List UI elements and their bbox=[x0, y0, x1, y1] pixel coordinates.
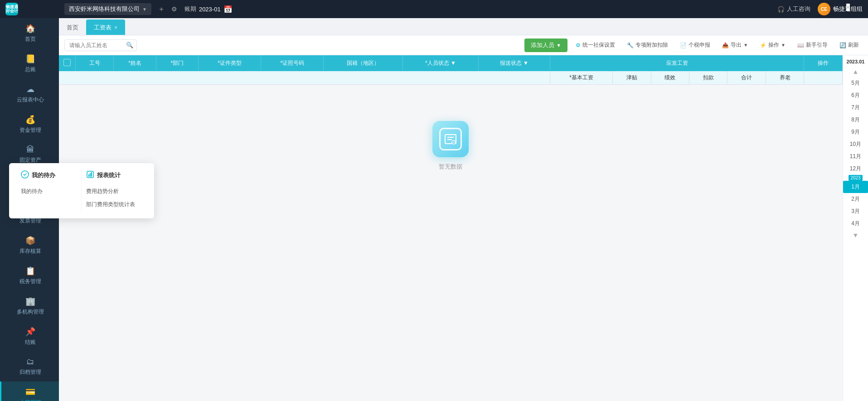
todo-item[interactable]: 我的待办 bbox=[21, 185, 77, 198]
month-item-11[interactable]: 11月 bbox=[843, 150, 868, 163]
operation-label: 操作 bbox=[768, 41, 779, 49]
fund-icon: 💰 bbox=[25, 115, 35, 125]
cost-trend-item[interactable]: 费用趋势分析 bbox=[86, 185, 142, 198]
th-total: 合计 bbox=[727, 71, 766, 85]
tax-return-action[interactable]: 📄 个税申报 bbox=[676, 39, 714, 51]
month-item-6[interactable]: 6月 bbox=[843, 89, 868, 101]
month-item-9[interactable]: 9月 bbox=[843, 126, 868, 138]
empty-icon-inner bbox=[439, 128, 462, 150]
sidebar-label-fund: 资金管理 bbox=[19, 126, 41, 134]
tab-close-icon[interactable]: × bbox=[114, 24, 117, 31]
customer-service-button[interactable]: 🎧 人工咨询 bbox=[777, 5, 810, 13]
toolbar: 🔍 添加人员 ▼ ⚙ 统一社保设置 🔧 专项附加扣除 📄 个税申报 📤 导出 bbox=[59, 35, 868, 55]
dept-cost-item[interactable]: 部门费用类型统计表 bbox=[86, 198, 142, 211]
avatar-initials: CE bbox=[821, 7, 827, 12]
operation-action[interactable]: ⚡ 操作 ▼ bbox=[756, 39, 789, 51]
month-item-3[interactable]: 3月 bbox=[843, 205, 868, 217]
svg-rect-8 bbox=[88, 174, 89, 177]
month-item-5[interactable]: 5月 bbox=[843, 77, 868, 89]
th-check[interactable] bbox=[59, 55, 76, 71]
todo-icon bbox=[21, 170, 29, 180]
popup-section-todo-title: 我的待办 bbox=[21, 170, 77, 180]
sidebar-item-closing[interactable]: 📌 结账 bbox=[0, 321, 59, 352]
period-label: 账期 bbox=[184, 5, 196, 13]
empty-svg bbox=[444, 132, 457, 146]
month-item-2[interactable]: 2月 bbox=[843, 193, 868, 205]
inventory-icon: 📦 bbox=[25, 236, 35, 246]
calendar-icon[interactable]: 📅 bbox=[223, 5, 233, 14]
sidebar-label-home: 首页 bbox=[25, 35, 36, 43]
company-arrow-icon: ▼ bbox=[142, 7, 147, 12]
home-icon: 🏠 bbox=[25, 24, 35, 34]
content-area: 首页 工资表 × × 🔍 添加人员 ▼ ⚙ 统一社保设置 🔧 bbox=[59, 18, 868, 401]
popup-grid: 我的待办 我的待办 报表统计 费用趋势分析 部门费用类型统计表 bbox=[16, 170, 147, 211]
sidebar-label-tax: 税务管理 bbox=[19, 278, 41, 285]
company-selector[interactable]: 西安虾米网络科技有限公司 ▼ bbox=[64, 3, 151, 15]
th-op-sub bbox=[804, 71, 843, 85]
guide-label: 新手引导 bbox=[806, 41, 828, 49]
sidebar-label-inventory: 库存核算 bbox=[19, 247, 41, 255]
popup-col-todo: 我的待办 我的待办 bbox=[16, 170, 82, 211]
month-item-8[interactable]: 8月 bbox=[843, 114, 868, 126]
sidebar-item-tax[interactable]: 📋 税务管理 bbox=[0, 261, 59, 291]
tax-return-icon: 📄 bbox=[680, 42, 687, 48]
month-panel-header: 2023.01 bbox=[847, 57, 865, 66]
th-nationality: 国籍（地区） bbox=[324, 55, 403, 71]
month-item-4[interactable]: 4月 bbox=[843, 217, 868, 230]
tab-salary-table[interactable]: 工资表 × bbox=[86, 19, 125, 35]
fixed-asset-icon: 🏛 bbox=[26, 145, 34, 155]
top-bar: 畅捷通好会计 西安虾米网络科技有限公司 ▼ ＋ ⚙ 账期 2023-01 📅 🎧… bbox=[0, 0, 868, 18]
select-all-checkbox[interactable] bbox=[63, 59, 71, 66]
month-item-1[interactable]: 1月 bbox=[843, 181, 868, 193]
sidebar-item-home[interactable]: 🏠 首页 bbox=[0, 18, 59, 48]
month-up-nav[interactable]: ▲ bbox=[851, 66, 861, 77]
archive-icon: 🗂 bbox=[26, 357, 34, 367]
logo-area: 畅捷通好会计 bbox=[5, 3, 60, 15]
popup-menu: 我的待办 我的待办 报表统计 费用趋势分析 部门费用类型统计表 bbox=[9, 163, 154, 218]
sidebar-item-expense[interactable]: 💳 小畅报销 ◀ bbox=[0, 382, 59, 401]
social-security-label: 统一社保设置 bbox=[582, 41, 615, 49]
sidebar-item-cloud-report[interactable]: ☁ 云报表中心 bbox=[0, 79, 59, 109]
tab-bar: 首页 工资表 × × bbox=[59, 18, 868, 35]
export-label: 导出 bbox=[731, 41, 742, 49]
logo-text: 畅捷通好会计 bbox=[6, 5, 18, 13]
th-pension: 养老 bbox=[766, 71, 804, 85]
th-empty-sub bbox=[59, 71, 550, 85]
popup-section-report-title: 报表统计 bbox=[86, 170, 142, 180]
special-deduction-icon: 🔧 bbox=[627, 42, 634, 48]
tab-home[interactable]: 首页 bbox=[59, 19, 86, 35]
closing-icon: 📌 bbox=[25, 327, 35, 337]
month-down-nav[interactable]: ▼ bbox=[851, 230, 861, 241]
sidebar-item-ledger[interactable]: 📒 总账 bbox=[0, 48, 59, 79]
tax-icon: 📋 bbox=[25, 266, 35, 276]
month-item-10[interactable]: 10月 bbox=[843, 138, 868, 150]
guide-action[interactable]: 📖 新手引导 bbox=[794, 39, 831, 51]
export-action[interactable]: 📤 导出 ▼ bbox=[718, 39, 752, 51]
sidebar-item-fund[interactable]: 💰 资金管理 bbox=[0, 109, 59, 140]
export-arrow-icon: ▼ bbox=[743, 43, 748, 48]
month-item-7[interactable]: 7月 bbox=[843, 101, 868, 114]
th-report-status: 报送状态 ▼ bbox=[478, 55, 550, 71]
settings-icon[interactable]: ⚙ bbox=[171, 5, 177, 13]
th-salary-group: 应发工资 bbox=[550, 55, 804, 71]
sidebar-item-multi-org[interactable]: 🏢 多机构管理 bbox=[0, 291, 59, 321]
th-allowance: 津贴 bbox=[613, 71, 651, 85]
th-id-no: *证照号码 bbox=[261, 55, 324, 71]
user-avatar: CE bbox=[818, 3, 830, 15]
user-info[interactable]: CE 畅捷通组组 bbox=[818, 3, 863, 15]
add-person-button[interactable]: 添加人员 ▼ bbox=[524, 39, 567, 52]
month-item-12[interactable]: 12月 bbox=[843, 163, 868, 175]
sidebar-item-archive[interactable]: 🗂 归档管理 bbox=[0, 352, 59, 382]
ledger-icon: 📒 bbox=[25, 54, 35, 64]
sidebar-item-inventory[interactable]: 📦 库存核算 bbox=[0, 230, 59, 261]
report-icon bbox=[86, 170, 94, 180]
special-deduction-action[interactable]: 🔧 专项附加扣除 bbox=[623, 39, 672, 51]
guide-icon: 📖 bbox=[797, 42, 804, 48]
th-name: *姓名 bbox=[114, 55, 156, 71]
refresh-action[interactable]: 🔄 刷新 bbox=[836, 39, 863, 51]
social-security-action[interactable]: ⚙ 统一社保设置 bbox=[572, 39, 619, 51]
th-deduction: 扣款 bbox=[689, 71, 727, 85]
year-badge: 2023 bbox=[849, 175, 862, 181]
search-icon: 🔍 bbox=[126, 42, 133, 48]
add-company-icon[interactable]: ＋ bbox=[158, 5, 165, 14]
